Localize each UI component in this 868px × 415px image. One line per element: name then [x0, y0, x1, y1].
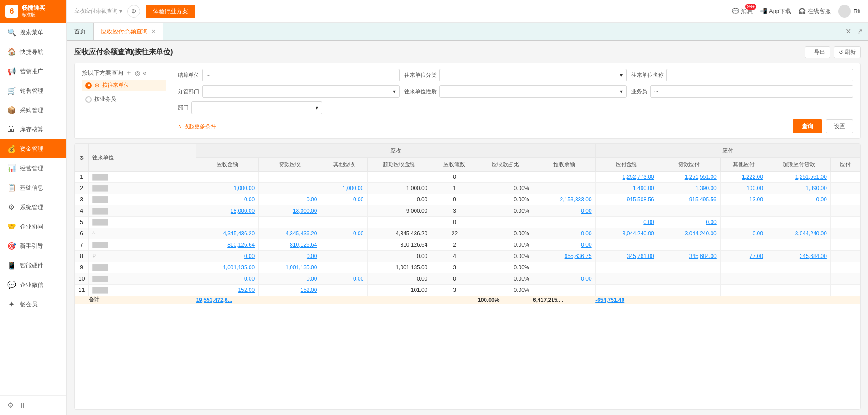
table-cell[interactable]: 2,153,333.00 — [533, 194, 595, 205]
gear-icon: ⚙ — [131, 8, 137, 14]
table-cell[interactable]: 0.00 — [595, 217, 658, 228]
dept-manage-select[interactable]: ▾ — [202, 85, 400, 98]
filter-option-by-unit[interactable]: ⊕ 按往来单位 — [82, 80, 166, 91]
table-cell[interactable]: 13.00 — [720, 194, 767, 205]
sidebar-item-nav[interactable]: 🏠 快捷导航 — [0, 42, 66, 62]
sidebar-item-guide[interactable]: 🎯 新手引导 — [0, 236, 66, 256]
table-cell[interactable]: 345,761.00 — [595, 251, 658, 262]
sidebar-item-purchase[interactable]: 📦 采购管理 — [0, 100, 66, 120]
app-download[interactable]: 📲 App下载 — [760, 7, 791, 15]
table-cell[interactable]: 0.00 — [533, 228, 595, 239]
table-cell[interactable]: 1,001,135.00 — [196, 262, 259, 273]
sidebar-item-member[interactable]: ✦ 畅会员 — [0, 295, 66, 314]
table-cell[interactable]: 18,000.00 — [259, 205, 321, 217]
settlement-unit-select[interactable]: ··· — [202, 69, 400, 81]
sidebar-item-sales[interactable]: 🛒 销售管理 — [0, 81, 66, 100]
sidebar-item-system[interactable]: ⚙ 系统管理 — [0, 197, 66, 217]
settings-col-header[interactable]: ⚙ — [75, 144, 89, 172]
table-cell[interactable]: 0.00 — [321, 273, 368, 285]
unit-category-select[interactable]: ▾ — [439, 69, 626, 81]
table-cell[interactable]: 0.00 — [533, 273, 595, 285]
table-cell[interactable]: 3,044,240.00 — [767, 228, 830, 239]
table-cell[interactable]: 810,126.64 — [196, 239, 259, 251]
footer-payable-amt[interactable]: -654,751.40 — [595, 296, 658, 304]
table-cell[interactable]: 0.00 — [533, 205, 595, 217]
user-info[interactable]: Rit — [838, 5, 861, 18]
unit-name-input[interactable] — [666, 69, 853, 81]
sidebar-item-marketing[interactable]: 📢 营销推广 — [0, 62, 66, 81]
dept-select[interactable]: ▾ — [191, 101, 322, 114]
table-cell[interactable]: 1,251,551.00 — [658, 172, 720, 183]
sidebar-item-operation[interactable]: 📊 经营管理 — [0, 158, 66, 178]
online-service[interactable]: 🎧 在线客服 — [798, 7, 831, 15]
table-cell[interactable]: 1,490.00 — [595, 183, 658, 194]
sidebar-item-wechat[interactable]: 💬 企业微信 — [0, 275, 66, 295]
table-cell[interactable]: 3,044,240.00 — [595, 228, 658, 239]
table-cell[interactable]: 0.00 — [196, 251, 259, 262]
salesman-select[interactable]: ··· — [650, 85, 853, 98]
table-cell[interactable]: 0.00 — [321, 194, 368, 205]
table-cell[interactable]: 77.00 — [720, 251, 767, 262]
query-button[interactable]: 查询 — [793, 119, 822, 133]
table-cell[interactable]: 0.00 — [259, 194, 321, 205]
maximize-icon[interactable]: ⤢ — [857, 27, 863, 36]
sidebar-item-collab[interactable]: 🤝 企业协同 — [0, 217, 66, 236]
tab-query[interactable]: 应收应付余额查询 ✕ — [94, 23, 163, 40]
tab-home[interactable]: 首页 — [67, 23, 94, 40]
collapse-scheme-icon[interactable]: « — [143, 69, 146, 76]
sidebar-item-hardware[interactable]: 📱 智能硬件 — [0, 256, 66, 275]
footer-receivable-amt[interactable]: 19,553,472,6... — [196, 296, 259, 304]
table-cell[interactable]: 0.00 — [720, 228, 767, 239]
sidebar-item-basic[interactable]: 📋 基础信息 — [0, 178, 66, 197]
sidebar-item-inventory[interactable]: 🏛 库存核算 — [0, 120, 66, 139]
pause-icon[interactable]: ⏸ — [19, 401, 26, 410]
promo-button[interactable]: 体验行业方案 — [146, 5, 195, 18]
table-cell[interactable]: 1,001,135.00 — [259, 262, 321, 273]
table-cell[interactable]: 0.00 — [533, 239, 595, 251]
settings-bottom-icon[interactable]: ⚙ — [7, 401, 14, 410]
table-cell[interactable]: 0.00 — [321, 228, 368, 239]
table-cell[interactable]: 0.00 — [196, 273, 259, 285]
table-cell[interactable]: 1,000.00 — [321, 183, 368, 194]
table-cell[interactable]: 655,636.75 — [533, 251, 595, 262]
table-cell[interactable]: 345,684.00 — [658, 251, 720, 262]
table-cell[interactable]: 0.00 — [767, 194, 830, 205]
table-cell[interactable]: 4,345,436.20 — [196, 228, 259, 239]
close-window-icon[interactable]: ✕ — [845, 27, 851, 36]
table-cell[interactable]: 345,684.00 — [767, 251, 830, 262]
export-button[interactable]: ↑ 导出 — [805, 46, 830, 58]
table-cell[interactable]: 1,252,773.00 — [595, 172, 658, 183]
sidebar-item-search[interactable]: 🔍 搜索菜单 — [0, 23, 66, 42]
setting-button[interactable]: 设置 — [826, 119, 853, 133]
filter-option-by-staff[interactable]: 按业务员 — [82, 94, 166, 105]
table-cell[interactable]: 0.00 — [259, 251, 321, 262]
table-cell[interactable]: 18,000.00 — [196, 205, 259, 217]
message-badge[interactable]: 💬 消息 99+ — [732, 7, 753, 15]
table-cell[interactable]: 810,126.64 — [259, 239, 321, 251]
target-icon[interactable]: ◎ — [135, 69, 140, 76]
table-cell[interactable]: 3,044,240.00 — [658, 228, 720, 239]
table-cell[interactable]: 152.00 — [196, 285, 259, 296]
table-cell[interactable]: 4,345,436.20 — [259, 228, 321, 239]
add-scheme-icon[interactable]: ＋ — [126, 69, 132, 77]
table-cell[interactable]: 0.00 — [259, 273, 321, 285]
table-cell[interactable]: 0.00 — [658, 217, 720, 228]
message-count: 99+ — [745, 4, 756, 10]
table-cell[interactable]: 915,495.56 — [658, 194, 720, 205]
table-cell[interactable]: 915,508.56 — [595, 194, 658, 205]
unit-nature-select[interactable]: ▾ — [439, 85, 626, 98]
table-cell[interactable]: 152.00 — [259, 285, 321, 296]
table-cell[interactable]: 1,251,551.00 — [767, 172, 830, 183]
tab-close-icon[interactable]: ✕ — [151, 29, 156, 34]
table-cell[interactable]: 100.00 — [720, 183, 767, 194]
table-cell[interactable]: 1,222.00 — [720, 172, 767, 183]
table-cell[interactable]: 1,390.00 — [767, 183, 830, 194]
refresh-button[interactable]: ↺ 刷新 — [834, 46, 861, 58]
table-cell[interactable]: 1,390.00 — [658, 183, 720, 194]
table-cell[interactable]: 1,000.00 — [196, 183, 259, 194]
collapse-btn[interactable]: ∧ 收起更多条件 — [178, 121, 216, 132]
table-cell[interactable]: 0.00 — [196, 194, 259, 205]
topbar-gear-btn[interactable]: ⚙ — [127, 5, 140, 18]
payable-extra-header: 应付 — [830, 158, 860, 172]
sidebar-item-finance[interactable]: 💰 资金管理 — [0, 139, 66, 158]
